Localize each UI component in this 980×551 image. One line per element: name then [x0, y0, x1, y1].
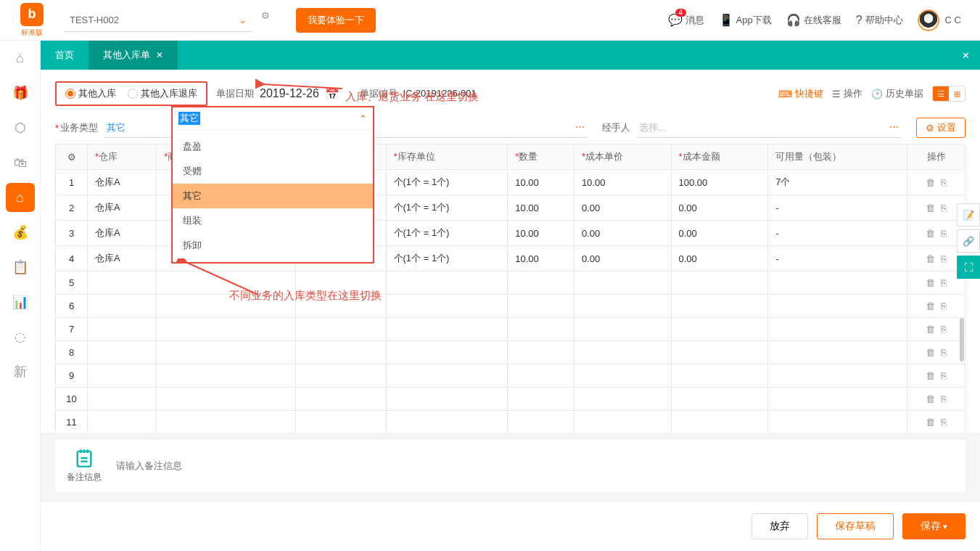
- org-name: TEST-H002: [70, 15, 119, 25]
- delete-row-icon[interactable]: 🗑: [926, 228, 935, 239]
- copy-row-icon[interactable]: ⎘: [941, 177, 947, 188]
- table-row[interactable]: 11🗑⎘: [56, 411, 965, 433]
- copy-row-icon[interactable]: ⎘: [941, 253, 947, 264]
- avatar-icon: [918, 9, 939, 31]
- keyboard-icon: ⌨: [778, 89, 792, 99]
- nav-gift-icon[interactable]: 🎁: [6, 78, 35, 107]
- footer-buttons: 放弃 保存草稿 保存: [41, 501, 980, 551]
- table-row[interactable]: 6🗑⎘: [56, 295, 965, 318]
- nav-bag-icon[interactable]: 🛍: [6, 148, 35, 177]
- copy-row-icon[interactable]: ⎘: [941, 393, 947, 404]
- delete-row-icon[interactable]: 🗑: [926, 324, 935, 335]
- dropdown-option[interactable]: 盘盈: [173, 134, 373, 159]
- messages-link[interactable]: 💬 消息 4: [668, 13, 704, 27]
- shortcut-link[interactable]: ⌨快捷键: [778, 87, 823, 100]
- more-icon[interactable]: ⋯: [575, 121, 585, 132]
- menu-icon: ☰: [832, 89, 841, 99]
- delete-row-icon[interactable]: 🗑: [926, 253, 935, 264]
- delete-row-icon[interactable]: 🗑: [926, 301, 935, 311]
- dropdown-option[interactable]: 其它: [173, 184, 373, 208]
- help-icon: ?: [856, 14, 862, 27]
- org-select[interactable]: TEST-H002 ⌄: [64, 9, 252, 32]
- view-grid-icon[interactable]: ⊞: [949, 86, 965, 101]
- delete-row-icon[interactable]: 🗑: [926, 417, 935, 428]
- nav-home-icon[interactable]: ⌂: [6, 44, 35, 73]
- top-header: b 标准版 TEST-H002 ⌄ ⚙ 我要体验一下 💬 消息 4 📱 App下…: [0, 0, 980, 41]
- discard-button[interactable]: 放弃: [752, 513, 808, 539]
- phone-icon: 📱: [719, 13, 733, 27]
- table-row[interactable]: 7🗑⎘: [56, 318, 965, 341]
- expand-tool-icon[interactable]: ⛶: [957, 256, 980, 279]
- save-draft-button[interactable]: 保存草稿: [817, 513, 894, 539]
- dropdown-option[interactable]: 受赠: [173, 159, 373, 184]
- app-download-link[interactable]: 📱 App下载: [719, 13, 772, 27]
- settings-button[interactable]: ⚙设置: [916, 118, 965, 138]
- gear-column[interactable]: ⚙: [56, 144, 88, 170]
- user-menu[interactable]: C C: [918, 9, 961, 31]
- help-link[interactable]: ? 帮助中心: [856, 14, 903, 27]
- notes-icon: 备注信息: [67, 448, 102, 483]
- logo-icon: b: [20, 3, 44, 26]
- nav-sync-icon[interactable]: ◌: [6, 322, 35, 351]
- table-row[interactable]: 10🗑⎘: [56, 388, 965, 411]
- more-icon[interactable]: ⋯: [889, 121, 899, 132]
- delete-row-icon[interactable]: 🗑: [926, 370, 935, 381]
- history-icon: 🕑: [871, 89, 883, 99]
- logo[interactable]: b 标准版: [12, 3, 52, 38]
- radio-other-in[interactable]: 其他入库: [65, 87, 116, 100]
- link-tool-icon[interactable]: 🔗: [957, 229, 980, 253]
- view-list-icon[interactable]: ☰: [933, 86, 949, 101]
- calendar-icon[interactable]: 📅: [325, 87, 339, 101]
- radio-other-return[interactable]: 其他入库退库: [128, 87, 197, 100]
- delete-row-icon[interactable]: 🗑: [926, 347, 935, 358]
- dropdown-search[interactable]: 其它 ⌃: [173, 107, 373, 130]
- copy-row-icon[interactable]: ⎘: [941, 277, 947, 288]
- view-toggle[interactable]: ☰ ⊞: [932, 86, 965, 102]
- trial-button[interactable]: 我要体验一下: [296, 8, 376, 33]
- copy-row-icon[interactable]: ⎘: [941, 324, 947, 335]
- svg-rect-2: [78, 452, 91, 467]
- dropdown-option[interactable]: 组装: [173, 208, 373, 233]
- customer-service-link[interactable]: 🎧 在线客服: [786, 13, 841, 27]
- nav-new-icon[interactable]: 新: [6, 357, 35, 386]
- save-button[interactable]: 保存: [902, 513, 965, 539]
- tab-home[interactable]: 首页: [41, 41, 88, 70]
- nav-house-icon[interactable]: ⬡: [6, 113, 35, 142]
- copy-row-icon[interactable]: ⎘: [941, 203, 947, 213]
- nav-warehouse-icon[interactable]: ⌂: [6, 183, 35, 212]
- dropdown-option[interactable]: 拆卸: [173, 233, 373, 258]
- tab-other-in[interactable]: 其他入库单 ✕: [88, 41, 178, 70]
- note-tool-icon[interactable]: 📝: [957, 203, 980, 226]
- message-badge: 4: [675, 9, 687, 17]
- gear-icon: ⚙: [926, 123, 934, 134]
- scrollbar-thumb[interactable]: [960, 318, 964, 362]
- gear-icon[interactable]: ⚙: [261, 10, 281, 30]
- delete-row-icon[interactable]: 🗑: [926, 177, 935, 188]
- copy-row-icon[interactable]: ⎘: [941, 301, 947, 311]
- nav-report-icon[interactable]: 📊: [6, 287, 35, 317]
- nav-money-icon[interactable]: 💰: [6, 218, 35, 247]
- doc-date[interactable]: 单据日期 2019-12-26 📅: [216, 87, 339, 101]
- close-icon[interactable]: ✕: [156, 50, 163, 60]
- headset-icon: 🎧: [786, 13, 801, 27]
- delete-row-icon[interactable]: 🗑: [926, 277, 935, 288]
- ops-link[interactable]: ☰操作: [832, 87, 862, 100]
- handler-select[interactable]: 选择... ⋯: [636, 118, 902, 138]
- copy-row-icon[interactable]: ⎘: [941, 417, 947, 428]
- chevron-up-icon: ⌃: [359, 113, 367, 124]
- annotation-top: 入库、退货业务 在这里切换: [345, 90, 479, 104]
- nav-clipboard-icon[interactable]: 📋: [6, 253, 35, 282]
- delete-row-icon[interactable]: 🗑: [926, 203, 935, 213]
- table-row[interactable]: 9🗑⎘: [56, 364, 965, 388]
- copy-row-icon[interactable]: ⎘: [941, 347, 947, 358]
- history-link[interactable]: 🕑历史单据: [871, 87, 923, 100]
- copy-row-icon[interactable]: ⎘: [941, 370, 947, 381]
- table-row[interactable]: 8🗑⎘: [56, 341, 965, 364]
- delete-row-icon[interactable]: 🗑: [926, 393, 935, 404]
- chevron-down-icon: ⌄: [239, 15, 247, 25]
- notes-input[interactable]: [116, 460, 954, 471]
- sidebar: ⌂ 🎁 ⬡ 🛍 ⌂ 💰 📋 📊 ◌ 新: [0, 0, 41, 551]
- close-all-tabs[interactable]: ✕: [951, 41, 980, 70]
- table-row[interactable]: 5🗑⎘: [56, 272, 965, 295]
- copy-row-icon[interactable]: ⎘: [941, 228, 947, 239]
